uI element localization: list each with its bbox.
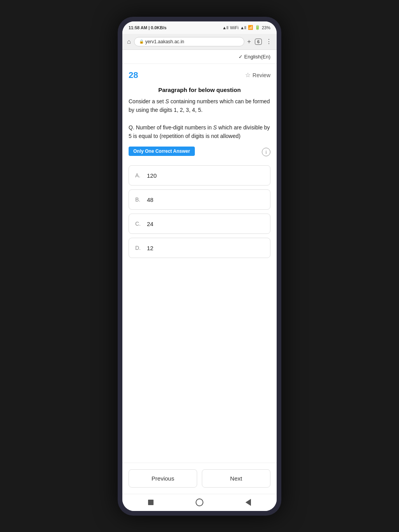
language-label: ✓ English(En) [238,54,270,60]
option-d-label: D. [135,245,141,251]
review-label: Review [252,72,270,78]
recent-apps-button[interactable] [195,498,204,507]
wifi-icon: WiFi [230,25,238,30]
phone-screen: 11:58 AM | 0.0KB/s ▲ll WiFi ▲ll 📶 🔋 23% … [122,21,277,511]
question-paragraph: Consider a set S containing numbers whic… [129,97,270,141]
star-icon: ☆ [245,71,251,79]
option-a-label: A. [135,172,141,179]
wifi-signal-icon: 📶 [248,25,253,30]
badge-row: Only One Correct Answer i [129,147,270,157]
content-area: ✓ English(En) 28 ☆ Review Paragraph for … [122,50,277,494]
lock-icon: 🔒 [139,39,144,44]
language-bar[interactable]: ✓ English(En) [122,50,277,64]
menu-icon[interactable]: ⋮ [266,38,272,45]
browser-bar: ⌂ 🔒 yerv1.aakash.ac.in + 6 ⋮ [122,34,277,50]
option-c-value: 24 [147,221,154,227]
back-button[interactable] [244,498,252,507]
option-d[interactable]: D. 12 [129,238,270,258]
phone-container: 11:58 AM | 0.0KB/s ▲ll WiFi ▲ll 📶 🔋 23% … [118,17,281,516]
browser-actions: + 6 ⋮ [247,38,272,45]
option-d-value: 12 [147,245,154,251]
home-nav-button[interactable] [147,498,155,507]
option-c-label: C. [135,221,141,227]
status-right: ▲ll WiFi ▲ll 📶 🔋 23% [222,25,270,30]
back-arrow-icon [245,499,251,506]
question-header: 28 ☆ Review [129,70,270,80]
battery-icon: 🔋 [255,25,260,30]
answer-type-badge: Only One Correct Answer [129,147,195,156]
url-bar[interactable]: 🔒 yerv1.aakash.ac.in [134,37,244,46]
url-text: yerv1.aakash.ac.in [145,39,184,44]
signal-icon-2: ▲ll [240,25,246,30]
review-button[interactable]: ☆ Review [245,71,270,79]
home-icon[interactable]: ⌂ [127,38,131,45]
status-bar: 11:58 AM | 0.0KB/s ▲ll WiFi ▲ll 📶 🔋 23% [122,21,277,34]
bottom-nav-bar [122,494,277,511]
info-icon[interactable]: i [262,148,270,156]
question-number: 28 [129,70,138,80]
battery-percent: 23% [262,25,270,30]
square-icon [148,500,154,505]
circle-icon [196,498,203,506]
status-time: 11:58 AM | 0.0KB/s [129,25,166,30]
paragraph-text: Consider a set S containing numbers whic… [129,98,270,113]
option-b-label: B. [135,196,141,203]
option-c[interactable]: C. 24 [129,214,270,234]
options-section: A. 120 B. 48 C. 24 D. 12 [129,165,270,258]
question-body: Q. Number of five-digit numbers in S whi… [129,124,270,139]
previous-button[interactable]: Previous [129,469,197,488]
next-button[interactable]: Next [202,469,270,488]
new-tab-icon[interactable]: + [247,38,251,45]
question-card: 28 ☆ Review Paragraph for below question… [122,64,277,463]
navigation-buttons: Previous Next [122,463,277,494]
tab-count[interactable]: 6 [255,39,262,45]
option-b[interactable]: B. 48 [129,189,270,210]
option-a-value: 120 [147,172,157,179]
signal-icon: ▲ll [222,25,228,30]
option-b-value: 48 [147,196,154,203]
paragraph-title: Paragraph for below question [129,87,270,93]
option-a[interactable]: A. 120 [129,165,270,186]
